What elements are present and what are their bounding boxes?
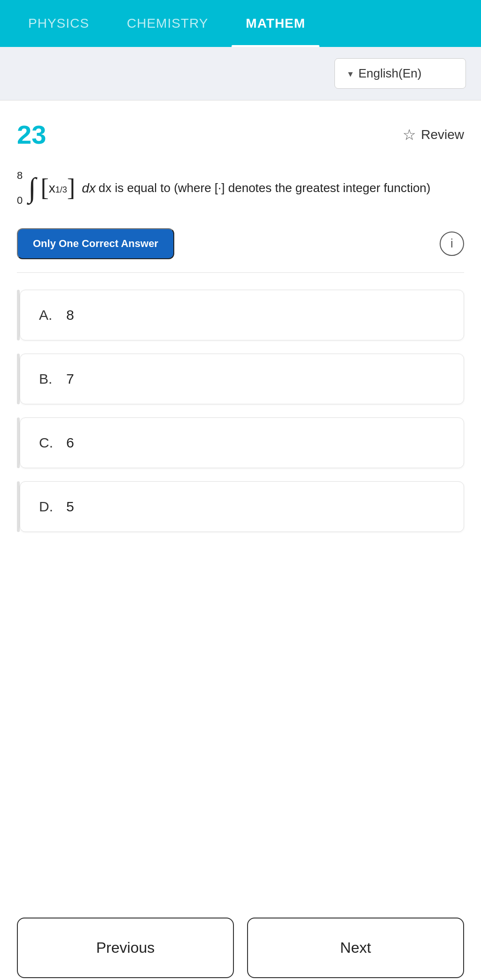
divider	[17, 272, 464, 273]
answer-type-row: Only One Correct Answer i	[17, 228, 464, 259]
option-value-a: 8	[66, 307, 74, 323]
integral-expression: 8 0 ∫	[17, 167, 38, 209]
question-header: 23 ☆ Review	[17, 119, 464, 150]
tab-chemistry[interactable]: CHEMISTRY	[108, 0, 227, 47]
language-bar: ▾ English(En)	[0, 47, 481, 100]
previous-button[interactable]: Previous	[17, 918, 234, 978]
tab-physics[interactable]: PHYSICS	[9, 0, 108, 47]
tab-bar: PHYSICS CHEMISTRY MATHEM	[0, 0, 481, 47]
question-continuation: dx is equal to (where [·] denotes the gr…	[99, 177, 431, 198]
integral-sign: ∫	[28, 172, 36, 203]
option-card-d[interactable]: D. 5	[20, 481, 464, 532]
info-icon[interactable]: i	[440, 231, 464, 256]
option-row-a: A. 8	[17, 290, 464, 340]
chevron-down-icon: ▾	[348, 68, 353, 79]
option-card-a[interactable]: A. 8	[20, 290, 464, 340]
option-value-b: 7	[66, 371, 74, 387]
open-bracket: [	[40, 176, 48, 200]
answer-type-badge[interactable]: Only One Correct Answer	[17, 228, 174, 259]
question-number: 23	[17, 119, 46, 150]
integral-upper: 8	[17, 167, 23, 184]
nav-buttons: Previous Next	[0, 899, 481, 980]
tab-mathematics[interactable]: MATHEM	[227, 0, 324, 47]
option-letter-a: A.	[39, 307, 53, 323]
option-letter-c: C.	[39, 435, 53, 451]
integral-lower: 0	[17, 192, 23, 209]
next-button[interactable]: Next	[247, 918, 464, 978]
option-row-c: C. 6	[17, 417, 464, 468]
integral-limits: 8 0	[17, 167, 23, 209]
bracket-expression: [ x1/3 ]	[40, 176, 75, 200]
dx-text: dx	[82, 177, 96, 200]
x-power: x1/3	[49, 177, 67, 200]
info-symbol: i	[450, 236, 453, 251]
question-text: 8 0 ∫ [ x1/3 ] dx dx is equal to (where …	[17, 167, 464, 209]
review-label: Review	[421, 127, 464, 142]
main-content: 23 ☆ Review 8 0 ∫ [ x1/3 ]	[0, 100, 481, 899]
language-selector[interactable]: ▾ English(En)	[334, 58, 466, 89]
option-row-b: B. 7	[17, 354, 464, 404]
option-letter-b: B.	[39, 371, 53, 387]
option-value-d: 5	[66, 499, 74, 515]
options-list: A. 8 B. 7 C. 6 D. 5	[17, 290, 464, 532]
review-button[interactable]: ☆ Review	[403, 126, 464, 144]
close-bracket: ]	[67, 176, 75, 200]
option-row-d: D. 5	[17, 481, 464, 532]
tab-chemistry-label: CHEMISTRY	[127, 16, 208, 31]
language-label: English(En)	[358, 66, 421, 81]
tab-physics-label: PHYSICS	[28, 16, 89, 31]
option-value-c: 6	[66, 435, 74, 451]
option-card-b[interactable]: B. 7	[20, 354, 464, 404]
option-letter-d: D.	[39, 499, 53, 515]
star-icon: ☆	[403, 126, 416, 144]
tab-mathematics-label: MATHEM	[246, 16, 305, 31]
option-card-c[interactable]: C. 6	[20, 417, 464, 468]
